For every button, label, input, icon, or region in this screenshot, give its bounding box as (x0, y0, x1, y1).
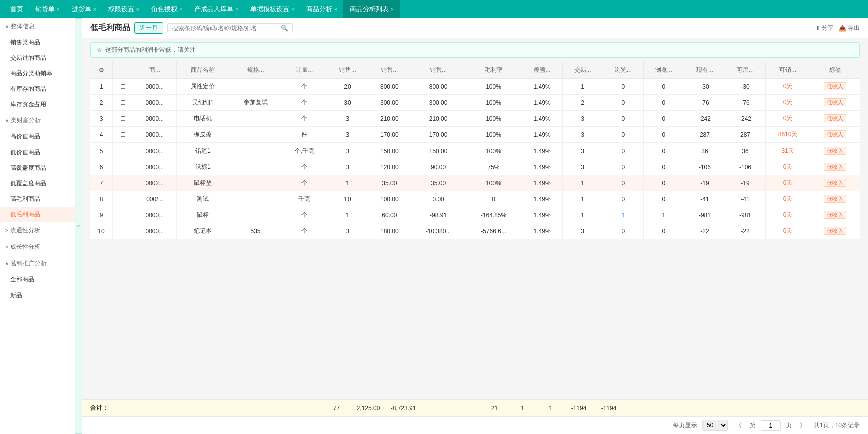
col-header-view1[interactable]: 浏览... (603, 62, 643, 79)
row-view1[interactable]: 0 (603, 79, 643, 95)
nav-item-商品分析[interactable]: 商品分析 × (300, 0, 343, 18)
row-view1[interactable]: 0 (603, 143, 643, 159)
col-header-sales_amount[interactable]: 销售... (411, 62, 466, 79)
sidebar-item-低价值商品[interactable]: 低价值商品 (0, 144, 75, 160)
row-transaction: 3 (562, 159, 603, 175)
row-view1[interactable]: 0 (603, 127, 643, 143)
sidebar-item-全部商品[interactable]: 全部商品 (0, 272, 75, 287)
row-checkbox[interactable]: ☐ (113, 191, 133, 207)
sidebar-section-流通性分析[interactable]: >流通性分析 (0, 222, 75, 239)
row-checkbox[interactable]: ☐ (113, 207, 133, 223)
export-button[interactable]: 📤 导出 (839, 24, 860, 32)
view-link[interactable]: 1 (621, 212, 625, 219)
col-header-unit[interactable]: 计量... (282, 62, 327, 79)
col-header-code[interactable]: 商... (133, 62, 177, 79)
sidebar-section-整体信息[interactable]: ∨整体信息 (0, 18, 75, 35)
row-view1[interactable]: 0 (603, 111, 643, 127)
close-tab-icon[interactable]: × (180, 7, 183, 12)
sidebar-item-销售类商品[interactable]: 销售类商品 (0, 35, 75, 50)
col-header-check[interactable] (113, 62, 133, 79)
close-tab-icon[interactable]: × (93, 7, 96, 12)
sidebar-item-库存资金占用[interactable]: 库存资金占用 (0, 97, 75, 112)
per-page-select[interactable]: 50 100 200 (702, 420, 728, 431)
col-header-sales_price[interactable]: 销售... (368, 62, 411, 79)
sidebar-item-有库存的商品[interactable]: 有库存的商品 (0, 81, 75, 97)
sidebar-item-新品[interactable]: 新品 (0, 287, 75, 303)
col-header-sales_count[interactable]: 销售... (327, 62, 368, 79)
sidebar-item-高毛利商品[interactable]: 高毛利商品 (0, 191, 75, 207)
row-checkbox[interactable]: ☐ (113, 159, 133, 175)
row-sales-amount: 170.00 (411, 127, 466, 143)
row-checkbox[interactable]: ☐ (113, 95, 133, 111)
row-view1[interactable]: 0 (603, 191, 643, 207)
row-view1[interactable]: 0 (603, 175, 643, 191)
nav-item-销货单[interactable]: 销货单 × (29, 0, 66, 18)
nav-item-产成品入库单[interactable]: 产成品入库单 × (188, 0, 244, 18)
col-header-margin_rate[interactable]: 毛利率 (466, 62, 522, 79)
col-header-sellable[interactable]: 可销... (766, 62, 810, 79)
close-tab-icon[interactable]: × (391, 7, 394, 12)
filter-button[interactable]: 近一月 (134, 22, 163, 34)
table-container[interactable]: ⚙商...商品名称规格...计量...销售...销售...销售...毛利率覆盖.… (82, 62, 868, 399)
row-name: 鼠标垫 (177, 175, 229, 191)
record-summary: 共1页，10条记录 (814, 421, 860, 430)
next-page-button[interactable]: 》 (797, 420, 809, 431)
row-view2: 0 (643, 95, 684, 111)
row-tag: 低收入 (810, 191, 860, 207)
col-header-name[interactable]: 商品名称 (177, 62, 229, 79)
sellable-days: 0天 (783, 227, 793, 234)
sidebar-toggle-btn[interactable]: « (75, 18, 82, 434)
nav-item-商品分析列表[interactable]: 商品分析列表 × (343, 0, 400, 18)
sidebar-section-营销推广分析[interactable]: ∨营销推广分析 (0, 255, 75, 272)
sidebar-item-商品分类助销率[interactable]: 商品分类助销率 (0, 66, 75, 81)
table-row: 4☐0000...橡皮擦件3170.00170.00100%1.49%30028… (90, 127, 860, 143)
sidebar-item-低毛利商品[interactable]: 低毛利商品 (0, 207, 75, 222)
row-view1[interactable]: 0 (603, 95, 643, 111)
sidebar-item-低覆盖度商品[interactable]: 低覆盖度商品 (0, 176, 75, 191)
sidebar-section-成长性分析[interactable]: >成长性分析 (0, 239, 75, 255)
col-header-transaction[interactable]: 交易... (562, 62, 603, 79)
close-tab-icon[interactable]: × (57, 7, 60, 12)
nav-item-单据模板设置[interactable]: 单据模板设置 × (244, 0, 300, 18)
row-sellable: 0天 (766, 223, 810, 239)
row-checkbox[interactable]: ☐ (113, 127, 133, 143)
row-spec (229, 127, 282, 143)
row-spec: 参加复试 (229, 95, 282, 111)
search-icon[interactable]: 🔍 (281, 25, 288, 32)
share-button[interactable]: ⬆ 分享 (815, 24, 834, 32)
nav-item-进货单[interactable]: 进货单 × (66, 0, 102, 18)
section-arrow-icon: ∨ (5, 24, 9, 29)
row-checkbox[interactable]: ☐ (113, 111, 133, 127)
row-sales-price: 300.00 (368, 95, 411, 111)
row-number: 9 (90, 207, 113, 223)
col-header-coverage[interactable]: 覆盖... (522, 62, 562, 79)
sidebar-section-类财富分析[interactable]: ∨类财富分析 (0, 112, 75, 129)
sidebar-item-高价值商品[interactable]: 高价值商品 (0, 129, 75, 144)
prev-page-button[interactable]: 《 (733, 420, 745, 431)
close-tab-icon[interactable]: × (334, 7, 337, 12)
row-checkbox[interactable]: ☐ (113, 79, 133, 95)
col-header-tag[interactable]: 标签 (810, 62, 860, 79)
col-header-spec[interactable]: 规格... (229, 62, 282, 79)
close-tab-icon[interactable]: × (235, 7, 238, 12)
col-header-available[interactable]: 可用... (725, 62, 765, 79)
close-tab-icon[interactable]: × (136, 7, 139, 12)
row-view1[interactable]: 0 (603, 159, 643, 175)
sidebar-item-交易过的商品[interactable]: 交易过的商品 (0, 50, 75, 66)
row-view1[interactable]: 1 (603, 207, 643, 223)
row-checkbox[interactable]: ☐ (113, 223, 133, 239)
row-view1[interactable]: 0 (603, 223, 643, 239)
close-tab-icon[interactable]: × (291, 7, 294, 12)
row-sales-amount: 150.00 (411, 143, 466, 159)
col-header-settings[interactable]: ⚙ (90, 62, 113, 79)
search-input[interactable] (172, 25, 281, 32)
row-checkbox[interactable]: ☐ (113, 175, 133, 191)
nav-item-权限设置[interactable]: 权限设置 × (102, 0, 145, 18)
row-checkbox[interactable]: ☐ (113, 143, 133, 159)
col-header-current[interactable]: 现有... (684, 62, 725, 79)
col-header-view2[interactable]: 浏览... (643, 62, 684, 79)
nav-item-首页[interactable]: 首页 (4, 0, 29, 18)
nav-item-角色授权[interactable]: 角色授权 × (145, 0, 189, 18)
sidebar-item-高覆盖度商品[interactable]: 高覆盖度商品 (0, 160, 75, 176)
page-number-input[interactable] (761, 420, 781, 431)
